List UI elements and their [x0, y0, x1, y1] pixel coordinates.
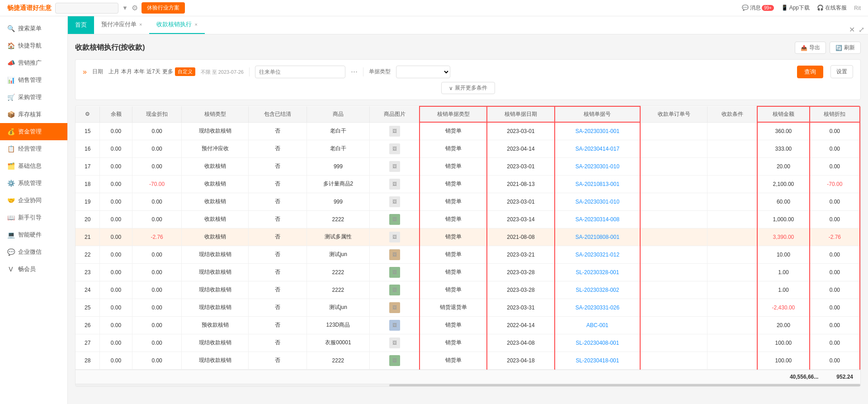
- app-download-item[interactable]: 📱 App下载: [781, 4, 810, 12]
- filter-bar: » 日期 上月 本月 本年 近7天 更多 自定义 不限 至 2023-07-26: [75, 59, 861, 100]
- col-write-off-discount: 核销折扣: [810, 106, 860, 122]
- sidebar-item-quicknav[interactable]: 🏠 快捷导航: [0, 37, 67, 54]
- sidebar-item-smarthw[interactable]: 💻 智能硬件: [0, 226, 67, 243]
- sidebar-item-fund[interactable]: 💰 资金管理: [0, 123, 67, 140]
- cell-terms: [708, 316, 757, 334]
- cell-write-off-discount: 0.00: [810, 316, 860, 334]
- table-settings-icon[interactable]: ⚙: [85, 111, 90, 117]
- cell-num: 26: [75, 316, 100, 334]
- tab-close-all-icon[interactable]: ✕: [849, 25, 855, 34]
- bill-no-link[interactable]: SL-20230328-001: [576, 269, 619, 276]
- tab-receipt-close[interactable]: ×: [194, 22, 197, 27]
- tab-expand-icon[interactable]: ⤢: [859, 25, 864, 34]
- cell-num: 21: [75, 228, 100, 246]
- cell-goods-img: 🖼: [370, 193, 420, 210]
- cell-bill-no[interactable]: SA-20230331-026: [555, 299, 641, 316]
- cell-order-no: [640, 352, 708, 369]
- sys-icon: ⚙️: [7, 180, 14, 187]
- this-month-btn[interactable]: 本月: [121, 68, 132, 76]
- cell-terms: [708, 122, 757, 140]
- tab-receipt[interactable]: 收款核销执行 ×: [149, 16, 204, 34]
- goods-img: 🖼: [389, 267, 400, 278]
- cell-bill-no[interactable]: SA-20210808-001: [555, 228, 641, 246]
- top-search-input[interactable]: [55, 3, 118, 14]
- sidebar-item-search[interactable]: 🔍 搜索菜单: [0, 20, 67, 37]
- tab-home[interactable]: 首页: [68, 16, 94, 34]
- cell-bill-no[interactable]: SA-20230301-010: [555, 157, 641, 175]
- bill-no-link[interactable]: SL-20230418-001: [576, 357, 619, 364]
- dropdown-arrow[interactable]: ▼: [122, 5, 128, 11]
- cell-discount: 0.00: [132, 334, 182, 352]
- bill-no-link[interactable]: SA-20230331-026: [576, 304, 619, 311]
- bill-no-link[interactable]: SA-20230414-017: [576, 146, 619, 152]
- cell-bill-no[interactable]: SA-20230314-008: [555, 210, 641, 228]
- sidebar-item-business[interactable]: 📋 经营管理: [0, 140, 67, 157]
- cell-goods-img: 🖼: [370, 352, 420, 369]
- sidebar-item-sales[interactable]: 📊 销售管理: [0, 71, 67, 89]
- cell-bill-no[interactable]: SA-20230414-017: [555, 140, 641, 157]
- bill-no-link[interactable]: SA-20230314-008: [576, 216, 619, 223]
- cell-bill-no[interactable]: SA-20230321-012: [555, 246, 641, 263]
- from-unit-input[interactable]: [255, 66, 345, 78]
- query-button[interactable]: 查询: [797, 66, 823, 78]
- bill-no-link[interactable]: SL-20230408-001: [576, 340, 619, 346]
- sidebar-item-purchase[interactable]: 🛒 采购管理: [0, 89, 67, 106]
- this-year-btn[interactable]: 本年: [134, 68, 145, 76]
- industry-btn[interactable]: 休验行业方案: [142, 2, 185, 14]
- cell-bill-no[interactable]: SL-20230408-001: [555, 334, 641, 352]
- cell-bill-no[interactable]: SL-20230328-001: [555, 263, 641, 281]
- bill-no-link[interactable]: SA-20230301-001: [576, 128, 619, 134]
- sidebar-item-sys[interactable]: ⚙️ 系统管理: [0, 175, 67, 192]
- filter-collapse-icon[interactable]: »: [83, 68, 87, 76]
- cell-bill-no[interactable]: SA-20230301-010: [555, 193, 641, 210]
- cell-goods: 测试jun: [307, 299, 369, 316]
- sidebar-item-inventory[interactable]: 📦 库存核算: [0, 106, 67, 123]
- cell-bill-no[interactable]: SL-20230418-001: [555, 352, 641, 369]
- export-button[interactable]: 📤 导出: [795, 42, 826, 54]
- sidebar-item-marketing[interactable]: 📣 营销推广: [0, 54, 67, 71]
- cell-bill-type: 销货单: [420, 175, 487, 193]
- cell-bill-no[interactable]: SA-20210813-001: [555, 175, 641, 193]
- goods-img: 🖼: [389, 302, 400, 313]
- cell-goods-img: 🖼: [370, 175, 420, 193]
- layout: 🔍 搜索菜单 🏠 快捷导航 📣 营销推广 📊 销售管理 🛒 采购管理 📦: [0, 16, 868, 404]
- more-btn[interactable]: 更多: [162, 68, 173, 76]
- cell-order-no: [640, 263, 708, 281]
- sidebar-item-wechat[interactable]: 💬 企业微信: [0, 243, 67, 261]
- horizontal-scrollbar[interactable]: [75, 384, 860, 386]
- sidebar-item-vip[interactable]: V 畅会员: [0, 261, 67, 278]
- bill-no-link[interactable]: ABC-001: [586, 322, 609, 328]
- cell-balance: 0.00: [100, 246, 132, 263]
- expand-more-button[interactable]: ∨ 展开更多条件: [441, 82, 495, 94]
- col-amount: 核销金额: [757, 106, 810, 122]
- bill-no-link[interactable]: SA-20230321-012: [576, 252, 619, 258]
- message-item[interactable]: 💬 消息99+: [742, 4, 774, 12]
- bill-no-link[interactable]: SA-20230301-010: [576, 199, 619, 205]
- bill-no-link[interactable]: SA-20210813-001: [576, 181, 619, 187]
- bill-no-link[interactable]: SA-20230301-010: [576, 163, 619, 170]
- tab-prepay[interactable]: 预付冲应付单 ×: [94, 16, 149, 34]
- cell-write-off-discount: 0.00: [810, 334, 860, 352]
- sidebar-item-beginner[interactable]: 📖 新手引导: [0, 209, 67, 226]
- sidebar-item-enterprise[interactable]: 🤝 企业协同: [0, 192, 67, 209]
- col-settings[interactable]: ⚙: [75, 106, 100, 122]
- tab-prepay-label: 预付冲应付单: [101, 20, 137, 29]
- settings-icon[interactable]: ⚙: [132, 4, 138, 12]
- last-month-btn[interactable]: 上月: [108, 68, 119, 76]
- cell-bill-no[interactable]: ABC-001: [555, 316, 641, 334]
- refresh-button[interactable]: 🔄 刷新: [830, 42, 861, 54]
- cell-bill-no[interactable]: SL-20230328-002: [555, 281, 641, 299]
- tab-prepay-close[interactable]: ×: [139, 22, 142, 27]
- online-service-item[interactable]: 🎧 在线客服: [817, 4, 847, 12]
- bill-no-link[interactable]: SL-20230328-002: [576, 287, 619, 293]
- custom-btn[interactable]: 自定义: [175, 67, 195, 76]
- bill-no-link[interactable]: SA-20210808-001: [576, 234, 619, 240]
- sidebar-item-label: 基础信息: [18, 162, 42, 170]
- filter-divider1: [249, 67, 250, 76]
- last7-btn[interactable]: 近7天: [146, 68, 160, 76]
- cell-bill-no[interactable]: SA-20230301-001: [555, 122, 641, 140]
- sidebar-item-baseinfo[interactable]: 🗂️ 基础信息: [0, 157, 67, 175]
- sidebar-item-label: 智能硬件: [18, 231, 42, 239]
- setting-button[interactable]: 设置: [830, 65, 853, 78]
- bill-type-select[interactable]: [396, 66, 450, 78]
